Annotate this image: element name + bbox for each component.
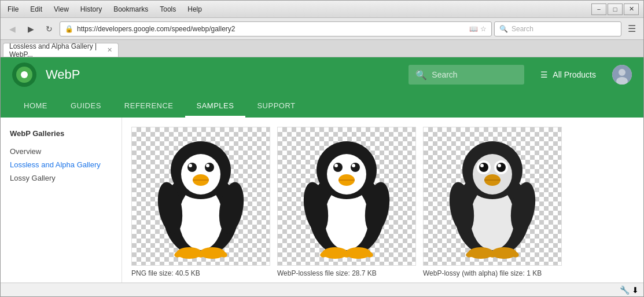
status-icon-2: ⬇ — [632, 285, 639, 295]
reload-button[interactable]: ↻ — [41, 21, 57, 36]
webp-logo — [12, 63, 36, 87]
tab-reference[interactable]: REFERENCE — [113, 96, 185, 118]
gallery-item-lossless: WebP-lossless file size: 28.7 KB — [277, 127, 416, 277]
status-icon-1: 🔧 — [620, 285, 630, 295]
tab-label: Lossless and Alpha Gallery | WebP... — [9, 42, 101, 58]
address-bar-icons: 📖 ☆ — [469, 25, 487, 33]
penguin-svg-2 — [289, 133, 404, 260]
gallery-image-lossy — [423, 127, 562, 266]
menu-bar: File Edit View History Bookmarks Tools H… — [5, 4, 204, 14]
menu-edit[interactable]: Edit — [28, 4, 45, 14]
gallery-caption-lossless: WebP-lossless file size: 28.7 KB — [277, 269, 377, 277]
browser-tab[interactable]: Lossless and Alpha Gallery | WebP... ✕ — [3, 43, 119, 57]
penguin-svg-3 — [435, 133, 550, 260]
search-icon: 🔍 — [499, 25, 508, 33]
svg-point-1 — [619, 69, 625, 76]
menu-bookmarks[interactable]: Bookmarks — [111, 4, 150, 14]
forward-button[interactable]: ▶ — [23, 21, 39, 36]
menu-file[interactable]: File — [5, 4, 21, 14]
svg-point-48 — [479, 163, 488, 172]
all-products-button[interactable]: ☰ All Products — [533, 67, 603, 83]
svg-point-49 — [480, 164, 484, 167]
title-bar: File Edit View History Bookmarks Tools H… — [1, 1, 643, 18]
checkerboard-bg-2 — [278, 127, 415, 265]
gallery-item-png: PNG file size: 40.5 KB — [131, 127, 270, 277]
gallery-image-png — [131, 127, 270, 266]
close-button[interactable]: ✕ — [624, 3, 639, 15]
search-placeholder: Search — [511, 25, 533, 33]
gallery-item-lossy: WebP-lossy (with alpha) file size: 1 KB — [423, 127, 562, 277]
status-bar: 🔧 ⬇ — [1, 283, 643, 296]
svg-point-31 — [351, 163, 360, 172]
all-products-label: All Products — [553, 70, 596, 79]
gallery-caption-png: PNG file size: 40.5 KB — [131, 269, 200, 277]
browser-window: File Edit View History Bookmarks Tools H… — [0, 0, 644, 297]
tab-samples[interactable]: SAMPLES — [185, 96, 246, 118]
all-products-icon: ☰ — [540, 70, 548, 79]
tab-bar: Lossless and Alpha Gallery | WebP... ✕ — [1, 40, 643, 57]
site-title: WebP — [46, 67, 399, 82]
sidebar: WebP Galleries Overview Lossless and Alp… — [1, 118, 122, 283]
checkerboard-bg — [132, 127, 270, 265]
site-header: WebP 🔍 Search ☰ All Products — [1, 57, 643, 92]
svg-point-9 — [189, 164, 192, 167]
checkerboard-bg-3 — [424, 127, 561, 265]
penguin-svg-1 — [143, 133, 259, 260]
window-controls: − □ ✕ — [591, 3, 639, 15]
maximize-button[interactable]: □ — [608, 3, 623, 15]
svg-point-29 — [334, 164, 338, 167]
menu-history[interactable]: History — [78, 4, 104, 14]
tab-close-button[interactable]: ✕ — [107, 46, 112, 54]
svg-point-52 — [498, 164, 501, 167]
menu-view[interactable]: View — [51, 4, 71, 14]
svg-point-51 — [496, 163, 506, 172]
browser-search-bar[interactable]: 🔍 Search — [494, 21, 621, 36]
svg-point-11 — [205, 163, 214, 172]
address-bar[interactable]: 🔒 https://developers.google.com/speed/we… — [60, 21, 492, 36]
svg-point-32 — [352, 164, 355, 167]
minimize-button[interactable]: − — [591, 3, 606, 15]
back-button[interactable]: ◀ — [4, 21, 20, 36]
user-avatar[interactable] — [612, 65, 632, 85]
tab-home[interactable]: HOME — [12, 96, 59, 118]
gallery-image-lossless — [277, 127, 416, 266]
url-text: https://developers.google.com/speed/webp… — [77, 25, 466, 33]
browser-menu-button[interactable]: ☰ — [624, 21, 640, 36]
svg-point-28 — [333, 163, 343, 172]
sidebar-heading: WebP Galleries — [10, 129, 112, 138]
header-search-placeholder: Search — [432, 70, 457, 79]
bookmark-icon: ☆ — [480, 25, 487, 33]
page-content: WebP 🔍 Search ☰ All Products HOME GUIDES — [1, 57, 643, 296]
lock-icon: 🔒 — [65, 25, 73, 33]
header-search-box[interactable]: 🔍 Search — [409, 65, 524, 85]
nav-tabs: HOME GUIDES REFERENCE SAMPLES SUPPORT — [1, 92, 643, 118]
tab-support[interactable]: SUPPORT — [245, 96, 307, 118]
reader-icon: 📖 — [469, 25, 478, 33]
gallery-row: PNG file size: 40.5 KB — [131, 127, 634, 277]
sidebar-item-lossy[interactable]: Lossy Gallery — [10, 171, 112, 185]
svg-point-12 — [206, 164, 209, 167]
menu-tools[interactable]: Tools — [157, 4, 178, 14]
sidebar-item-lossless[interactable]: Lossless and Alpha Gallery — [10, 158, 112, 171]
gallery-caption-lossy: WebP-lossy (with alpha) file size: 1 KB — [423, 269, 542, 277]
tab-guides[interactable]: GUIDES — [59, 96, 113, 118]
nav-bar: ◀ ▶ ↻ 🔒 https://developers.google.com/sp… — [1, 18, 643, 40]
sidebar-item-overview[interactable]: Overview — [10, 145, 112, 158]
header-search-icon: 🔍 — [415, 69, 427, 80]
page-body: WebP Galleries Overview Lossless and Alp… — [1, 118, 643, 283]
menu-help[interactable]: Help — [185, 4, 204, 14]
gallery-area: PNG file size: 40.5 KB — [122, 118, 643, 283]
svg-point-8 — [187, 163, 197, 172]
